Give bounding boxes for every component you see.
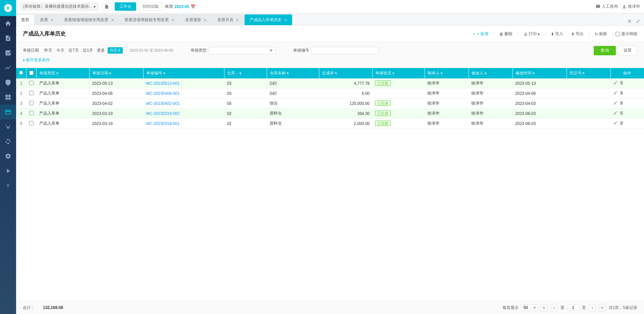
edit-icon-4[interactable] bbox=[613, 111, 618, 116]
tab-sales-vat-close[interactable]: × bbox=[111, 17, 114, 23]
sidebar-item-play[interactable] bbox=[0, 164, 16, 178]
period-calendar-icon[interactable]: 📅 bbox=[191, 4, 196, 9]
number-link-3[interactable]: MC-20230402-001 bbox=[146, 101, 180, 106]
print-button[interactable]: 🖨 打印 ▾ bbox=[521, 30, 542, 38]
export-button[interactable]: ⬆ 导出 bbox=[569, 30, 586, 38]
th-warehouse-name[interactable]: 仓库名称⇅ bbox=[267, 68, 319, 78]
cell-check-1[interactable] bbox=[26, 78, 37, 88]
sidebar-item-shield[interactable] bbox=[0, 75, 16, 90]
date-link-yesterday[interactable]: 昨天 bbox=[43, 47, 54, 54]
per-page-select[interactable]: 50 100 bbox=[521, 304, 538, 311]
row-checkbox-4[interactable] bbox=[29, 111, 34, 115]
table-row[interactable]: 4 产品入库单 2023-03-19 MC-20230319-002 02 原料… bbox=[16, 109, 644, 119]
first-page-btn[interactable]: « bbox=[540, 304, 548, 311]
sidebar-item-vip[interactable]: V bbox=[0, 178, 16, 193]
th-voucher[interactable]: 凭证号⇅ bbox=[567, 68, 610, 78]
new-button[interactable]: ＋ + 新增 bbox=[469, 30, 491, 38]
sidebar-item-stamp[interactable] bbox=[0, 119, 16, 134]
cell-number-3[interactable]: MC-20230402-001 bbox=[144, 99, 224, 109]
row-checkbox-1[interactable] bbox=[29, 81, 34, 85]
number-filter-input[interactable] bbox=[311, 47, 378, 54]
tab-close-all-btn[interactable]: ✕ bbox=[626, 17, 633, 25]
th-creator[interactable]: 制单人⇅ bbox=[425, 68, 469, 78]
company-selector[interactable]: (库存核算）直播轻捷通信息技术股份... ▾ bbox=[20, 3, 99, 10]
tab-home[interactable]: 首页 bbox=[16, 14, 34, 25]
sidebar-item-chart[interactable] bbox=[0, 60, 16, 75]
tab-invoice-calc[interactable]: 发票测算 × bbox=[180, 14, 212, 25]
edit-icon-5[interactable] bbox=[613, 121, 618, 126]
cell-number-2[interactable]: MC-20230406-001 bbox=[144, 88, 224, 99]
cell-number-1[interactable]: MC-20230513-001 bbox=[144, 78, 224, 88]
query-button[interactable]: 查询 bbox=[594, 46, 616, 55]
cell-number-4[interactable]: MC-20230319-002 bbox=[144, 109, 224, 119]
date-custom-tag[interactable]: 自定义 bbox=[108, 47, 123, 54]
delete-icon-2[interactable] bbox=[619, 90, 624, 96]
row-checkbox-5[interactable] bbox=[29, 121, 34, 125]
cell-check-5[interactable] bbox=[26, 119, 37, 129]
th-modify-time[interactable]: 修改时间⇅ bbox=[513, 68, 567, 78]
cell-number-5[interactable]: MC-20230319-001 bbox=[144, 119, 224, 129]
tab-invoice-calc-close[interactable]: × bbox=[204, 17, 207, 23]
row-checkbox-3[interactable] bbox=[29, 101, 34, 105]
cell-check-3[interactable] bbox=[26, 99, 37, 109]
th-modifier[interactable]: 修改人⇅ bbox=[469, 68, 513, 78]
cell-check-4[interactable] bbox=[26, 109, 37, 119]
sidebar-item-cycle[interactable] bbox=[0, 134, 16, 149]
cell-check-2[interactable] bbox=[26, 88, 37, 99]
prev-page-btn[interactable]: ‹ bbox=[550, 304, 558, 311]
th-date[interactable]: 单据日期⇅ bbox=[90, 68, 144, 78]
delete-icon-4[interactable] bbox=[619, 111, 624, 116]
tab-input-vat-close[interactable]: × bbox=[171, 17, 174, 23]
set-button[interactable]: 设置 bbox=[618, 46, 637, 55]
import-button[interactable]: ⬇ 导入 bbox=[548, 30, 566, 38]
sidebar-item-grid[interactable] bbox=[0, 90, 16, 105]
number-link-4[interactable]: MC-20230319-002 bbox=[146, 111, 180, 116]
tab-invoice[interactable]: 发票 × bbox=[35, 14, 58, 25]
sidebar-item-settings[interactable] bbox=[0, 149, 16, 164]
display-toggle-checkbox[interactable] bbox=[615, 32, 620, 36]
type-filter-select[interactable] bbox=[209, 47, 276, 54]
refresh-button[interactable]: ↻ 刷新 bbox=[592, 30, 610, 38]
table-row[interactable]: 5 产品入库单 2023-03-19 MC-20230319-001 02 原料… bbox=[16, 119, 644, 129]
page-number-input[interactable] bbox=[567, 304, 579, 311]
th-type[interactable]: 单据类型⇅ bbox=[37, 68, 90, 78]
edit-icon-1[interactable] bbox=[613, 80, 618, 86]
date-link-7days[interactable]: 近7天 bbox=[67, 47, 80, 54]
th-warehouse-code[interactable]: 仓库...⇅ bbox=[224, 68, 267, 78]
tab-product-in-close[interactable]: × bbox=[284, 17, 287, 23]
th-select-all[interactable] bbox=[26, 68, 37, 78]
sidebar-item-home[interactable] bbox=[0, 16, 16, 31]
user-area[interactable]: 徐泽华 bbox=[622, 4, 640, 9]
tab-sales-vat[interactable]: 查看销项增值税专用发票 × bbox=[59, 14, 119, 25]
table-row[interactable]: 3 产品入库单 2023-04-02 MC-20230402-001 05 徐合… bbox=[16, 99, 644, 109]
delete-icon-1[interactable] bbox=[619, 80, 624, 86]
workbench-button[interactable]: 工作台 bbox=[115, 2, 136, 11]
sidebar-item-analytics[interactable] bbox=[0, 46, 16, 60]
last-page-btn[interactable]: » bbox=[599, 304, 606, 311]
assistant-area[interactable]: 人工咨询 bbox=[596, 4, 618, 9]
edit-icon-2[interactable] bbox=[613, 90, 618, 96]
sidebar-item-invoice[interactable] bbox=[0, 105, 16, 119]
delete-icon-3[interactable] bbox=[619, 101, 624, 106]
th-total-cost[interactable]: 总成本⇅ bbox=[319, 68, 372, 78]
delete-button[interactable]: 🗑 删除 bbox=[497, 30, 515, 38]
tab-expand-btn[interactable]: ⤢ bbox=[634, 17, 641, 25]
number-link-2[interactable]: MC-20230406-001 bbox=[146, 91, 180, 96]
date-link-today[interactable]: 今天 bbox=[55, 47, 66, 54]
delete-icon-5[interactable] bbox=[619, 121, 624, 126]
th-status[interactable]: 单据状态⇅ bbox=[372, 68, 425, 78]
select-all-checkbox[interactable] bbox=[29, 71, 34, 75]
tab-input-vat[interactable]: 查看进项增值税专用发票 × bbox=[119, 14, 179, 25]
th-settings[interactable] bbox=[16, 68, 26, 78]
expand-conditions-button[interactable]: ▾ 展开更多条件 bbox=[23, 57, 50, 63]
date-link-1month[interactable]: 近1月 bbox=[82, 47, 95, 54]
next-page-btn[interactable]: › bbox=[589, 304, 596, 311]
sidebar-item-doc[interactable] bbox=[0, 31, 16, 46]
tab-invoice-open[interactable]: 发票开具 × bbox=[212, 14, 244, 25]
tab-invoice-open-close[interactable]: × bbox=[236, 17, 239, 23]
switch-version-button[interactable]: 切到旧版 bbox=[139, 2, 162, 11]
th-number[interactable]: 单据编号⇅ bbox=[144, 68, 224, 78]
doc-btn[interactable] bbox=[101, 3, 112, 10]
tab-product-in[interactable]: 产成品入库单历史 × bbox=[245, 14, 292, 25]
tab-invoice-close[interactable]: × bbox=[51, 17, 53, 23]
